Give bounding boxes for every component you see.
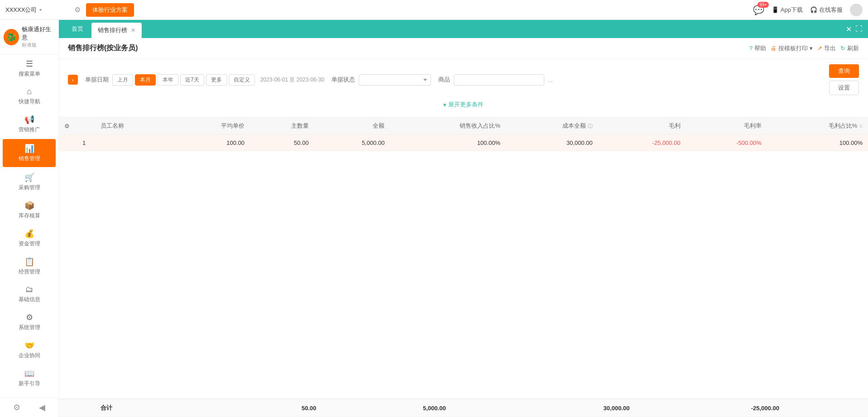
status-label: 单据状态 — [331, 76, 355, 84]
message-icon[interactable]: 💬 99+ — [753, 5, 764, 15]
sidebar-item-label: 系统管理 — [19, 324, 40, 331]
home-icon: ⌂ — [27, 87, 32, 96]
status-select[interactable] — [359, 74, 431, 86]
phone-icon: 📱 — [772, 6, 779, 13]
sidebar-item-system[interactable]: ⚙ 系统管理 — [0, 308, 58, 336]
close-all-icon[interactable]: ✕ — [846, 25, 852, 34]
date-this-year[interactable]: 本年 — [158, 74, 178, 86]
tab-sales-ranking-label: 销售排行榜 — [98, 26, 127, 34]
export-icon: ↗ — [817, 45, 822, 52]
trial-button[interactable]: 体验行业方案 — [86, 3, 134, 17]
cell-cost-amount: 30,000.00 — [506, 135, 598, 151]
refresh-label: 刷新 — [847, 44, 859, 53]
filter-status-item: 单据状态 — [331, 74, 431, 86]
company-selector[interactable]: XXXXX公司 ▾ — [5, 6, 69, 14]
sidebar-item-collab[interactable]: 🤝 企业协同 — [0, 336, 58, 364]
help-button[interactable]: ? 帮助 — [749, 44, 766, 53]
sidebar-item-sales[interactable]: 📊 销售管理 — [3, 139, 56, 167]
sidebar-item-purchase[interactable]: 🛒 采购管理 — [0, 168, 58, 196]
sidebar-item-label: 采购管理 — [19, 184, 40, 192]
headset-icon: 🎧 — [810, 6, 817, 13]
settings-button[interactable]: 设置 — [829, 81, 859, 95]
sidebar-item-label: 企业协同 — [19, 352, 40, 359]
cell-name — [95, 135, 173, 151]
app-download-label: App下载 — [781, 6, 803, 14]
expand-down-icon: ▾ — [443, 101, 446, 108]
sidebar-item-label: 资金管理 — [19, 240, 40, 248]
tab-sales-ranking[interactable]: 销售排行榜 ✕ — [91, 23, 142, 38]
date-more[interactable]: 更多 — [206, 74, 227, 86]
table-body: 1 100.00 50.00 5,000.00 100.00% 30,000.0… — [59, 135, 868, 151]
tab-home[interactable]: 首页 — [64, 20, 91, 38]
query-button[interactable]: 查询 — [829, 64, 859, 78]
footer-cell-label: 合计 — [95, 399, 182, 417]
company-name: XXXXX公司 — [5, 6, 37, 14]
cell-rank: 1 — [77, 135, 95, 151]
gear-icon[interactable]: ⚙ — [74, 5, 81, 14]
sidebar-item-appstore[interactable]: 🖥 应用中心 — [0, 392, 58, 398]
goods-input[interactable] — [454, 74, 544, 86]
content-area: 首页 销售排行榜 ✕ ✕ ⛶ 销售排行榜(按业务员) ? 帮助 — [59, 20, 868, 417]
sidebar-item-operations[interactable]: 📋 经营管理 — [0, 252, 58, 280]
cell-profit: -25,000.00 — [598, 135, 686, 151]
inventory-icon: 📦 — [24, 201, 34, 211]
expand-more-row: ▾ 展开更多条件 — [68, 95, 859, 111]
date-range: 2023-06-01 至 2023-06-30 — [260, 76, 324, 84]
export-label: 导出 — [824, 44, 836, 53]
col-settings[interactable]: ⚙ — [59, 117, 77, 135]
online-service[interactable]: 🎧 在线客服 — [810, 6, 843, 14]
sidebar-item-label: 库存核算 — [19, 212, 40, 220]
sidebar-item-quicknav[interactable]: ⌂ 快捷导航 — [0, 82, 58, 110]
filter-actions: 查询 设置 — [829, 64, 859, 95]
help-icon: ? — [749, 45, 753, 52]
sidebar-item-label: 营销推广 — [19, 126, 40, 134]
sidebar-nav: ☰ 搜索菜单 ⌂ 快捷导航 📢 营销推广 📊 销售管理 🛒 采购管理 📦 库 — [0, 54, 58, 398]
date-custom[interactable]: 自定义 — [229, 74, 255, 86]
date-label: 单据日期 — [85, 76, 109, 84]
sidebar-item-basics[interactable]: 🗂 基础信息 — [0, 280, 58, 308]
date-7days[interactable]: 近7天 — [180, 74, 204, 86]
col-qty: 主数量 — [250, 117, 314, 135]
cell-amount: 5,000.00 — [314, 135, 390, 151]
cell-profit-rate: -500.00% — [686, 135, 767, 151]
sidebar-logo: 🐉 畅康通好生意 标准版 — [0, 20, 58, 54]
app-download[interactable]: 📱 App下载 — [772, 6, 803, 14]
footer-row: 合计 50.00 5,000.00 30,000.00 -25,000.00 — [59, 399, 868, 417]
date-current-month[interactable]: 本月 — [135, 74, 156, 86]
operations-icon: 📋 — [24, 257, 34, 267]
page-content: 销售排行榜(按业务员) ? 帮助 🖨 按模板打印 ▾ ↗ 导出 — [59, 38, 868, 417]
sidebar-item-inventory[interactable]: 📦 库存核算 — [0, 196, 58, 224]
print-icon: 🖨 — [771, 45, 777, 52]
cell-qty: 50.00 — [250, 135, 314, 151]
purchase-icon: 🛒 — [24, 173, 34, 182]
main-layout: 🐉 畅康通好生意 标准版 ☰ 搜索菜单 ⌂ 快捷导航 📢 营销推广 📊 销售管理 — [0, 20, 868, 417]
sidebar-item-marketing[interactable]: 📢 营销推广 — [0, 110, 58, 138]
profit-pct-sort-icon[interactable]: ⇅ — [859, 124, 863, 129]
collapse-icon[interactable]: ◀ — [39, 403, 45, 412]
cell-profit-pct: 100.00% — [767, 135, 868, 151]
sidebar-item-guide[interactable]: 📖 新手引导 — [0, 364, 58, 392]
refresh-button[interactable]: ↻ 刷新 — [840, 44, 859, 53]
footer-table: 合计 50.00 5,000.00 30,000.00 -25,000.00 — [59, 399, 868, 417]
date-prev-month[interactable]: 上月 — [112, 74, 133, 86]
logo-line1: 畅康通好生意 — [22, 25, 55, 42]
sidebar-item-finance[interactable]: 💰 资金管理 — [0, 224, 58, 252]
print-button[interactable]: 🖨 按模板打印 ▾ — [771, 44, 813, 53]
filter-expand-icon[interactable]: › — [68, 75, 78, 85]
expand-more-button[interactable]: ▾ 展开更多条件 — [443, 98, 484, 111]
user-avatar[interactable] — [850, 4, 863, 16]
expand-more-label: 展开更多条件 — [448, 101, 484, 109]
print-label: 按模板打印 — [778, 44, 808, 53]
settings-footer-icon[interactable]: ⚙ — [13, 403, 20, 412]
cost-info-icon[interactable]: ⓘ — [588, 123, 593, 129]
goods-dots[interactable]: ... — [548, 77, 553, 83]
date-buttons: 上月 本月 本年 近7天 更多 自定义 — [112, 74, 255, 86]
logo-text: 畅康通好生意 标准版 — [22, 25, 55, 48]
fullscreen-icon[interactable]: ⛶ — [855, 25, 863, 34]
footer-cell-profit-pct — [826, 399, 868, 417]
sidebar-item-label: 基础信息 — [19, 296, 40, 303]
sidebar-item-search[interactable]: ☰ 搜索菜单 — [0, 54, 58, 82]
export-button[interactable]: ↗ 导出 — [817, 44, 836, 53]
footer-cell-cost-amount: 30,000.00 — [493, 399, 635, 417]
close-icon[interactable]: ✕ — [131, 27, 135, 34]
